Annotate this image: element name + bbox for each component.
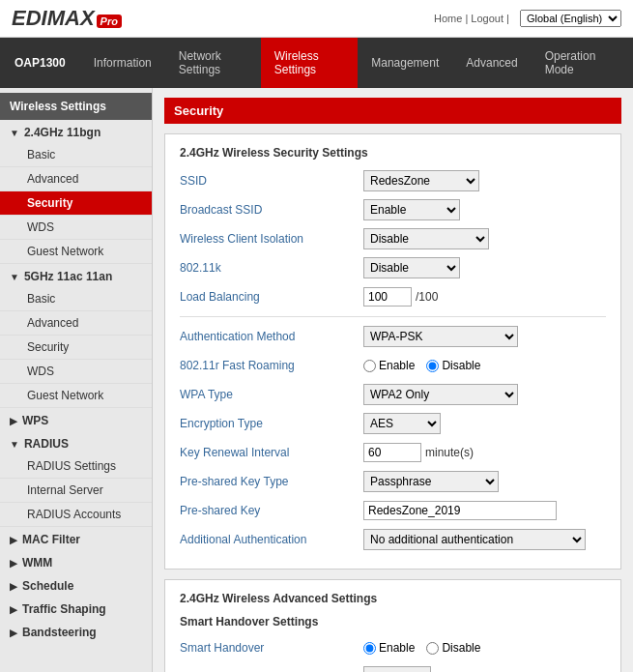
row-wpa-type: WPA Type WPA2 Only WPA Only Auto (WPA+WP…	[180, 383, 606, 406]
section-title: Security	[164, 98, 621, 124]
main-wrapper: Wireless Settings ▼ 2.4GHz 11bgn Basic A…	[0, 88, 633, 672]
radio-handover-enable-label[interactable]: Enable	[363, 641, 415, 655]
radio-handover-enable[interactable]	[363, 642, 376, 655]
radio-handover-disable-label[interactable]: Disable	[426, 641, 480, 655]
top-header: EDIMAXPro Home | Logout | Global (Englis…	[0, 0, 633, 38]
nav-wireless-settings[interactable]: Wireless Settings	[261, 38, 359, 88]
sidebar-item-wds-5[interactable]: WDS	[0, 360, 152, 384]
arrow-bandsteering: ▶	[10, 628, 17, 638]
nav-bar: OAP1300 Information Network Settings Wir…	[0, 38, 633, 88]
arrow-trafficshaping: ▶	[10, 604, 17, 615]
nav-operation-mode[interactable]: Operation Mode	[532, 38, 623, 88]
select-80211k[interactable]: Disable Enable	[363, 257, 460, 278]
row-smart-handover: Smart Handover Enable Disable	[180, 636, 606, 659]
sidebar-section-radius-label: RADIUS	[24, 437, 69, 451]
logo-edimax: EDIMAX	[12, 6, 95, 30]
label-ssid: SSID	[180, 174, 363, 188]
label-80211r: 802.11r Fast Roaming	[180, 359, 363, 372]
select-broadcast-ssid[interactable]: Enable Disable	[363, 199, 460, 220]
sidebar-section-wmm-label: WMM	[22, 556, 52, 570]
sidebar-item-basic-24[interactable]: Basic	[0, 143, 152, 167]
sidebar-section-5ghz[interactable]: ▼ 5GHz 11ac 11an	[0, 264, 152, 287]
sidebar-item-guestnetwork-24[interactable]: Guest Network	[0, 240, 152, 264]
sidebar-section-bandsteering-label: Bandsteering	[22, 626, 97, 639]
select-rssi-threshold[interactable]: -80 -75 -70 -65 -60	[363, 666, 431, 672]
sidebar-section-5ghz-label: 5GHz 11ac 11an	[24, 270, 112, 283]
label-add-auth: Additional Authentication	[180, 533, 363, 546]
sidebar-item-security-24[interactable]: Security	[0, 191, 152, 216]
input-psk[interactable]	[363, 501, 557, 520]
label-psk-type: Pre-shared Key Type	[180, 475, 363, 488]
sidebar-item-radius-settings[interactable]: RADIUS Settings	[0, 454, 152, 479]
security-settings-title: 2.4GHz Wireless Security Settings	[180, 146, 606, 160]
input-key-renewal[interactable]	[363, 443, 421, 462]
sidebar-item-advanced-24[interactable]: Advanced	[0, 167, 152, 191]
nav-information[interactable]: Information	[80, 44, 165, 81]
arrow-5ghz: ▼	[10, 272, 19, 282]
nav-management[interactable]: Management	[358, 44, 452, 81]
nav-network-settings[interactable]: Network Settings	[165, 38, 261, 88]
radio-80211r-enable-label[interactable]: Enable	[363, 359, 415, 372]
radio-80211r-disable[interactable]	[426, 360, 439, 372]
row-auth-method: Authentication Method WPA-PSK WPA2-PSK W…	[180, 325, 606, 348]
radio-80211r-disable-label[interactable]: Disable	[426, 359, 480, 372]
label-80211k: 802.11k	[180, 261, 363, 275]
radio-80211r: Enable Disable	[363, 359, 480, 372]
sidebar-section-wmm[interactable]: ▶ WMM	[0, 550, 152, 573]
logo-pro: Pro	[97, 15, 122, 28]
sidebar-title: Wireless Settings	[0, 93, 152, 120]
sidebar-item-wds-24[interactable]: WDS	[0, 216, 152, 240]
sidebar-item-internal-server[interactable]: Internal Server	[0, 479, 152, 503]
row-80211r: 802.11r Fast Roaming Enable Disable	[180, 354, 606, 377]
radio-handover-disable[interactable]	[426, 642, 439, 655]
row-client-isolation: Wireless Client Isolation Disable Enable	[180, 227, 606, 250]
select-wpa-type[interactable]: WPA2 Only WPA Only Auto (WPA+WPA2)	[363, 384, 518, 405]
sidebar-section-wps[interactable]: ▶ WPS	[0, 408, 152, 431]
select-ssid[interactable]: RedesZone	[363, 170, 479, 191]
security-settings-box: 2.4GHz Wireless Security Settings SSID R…	[164, 133, 621, 570]
select-psk-type[interactable]: Passphrase Hex	[363, 471, 499, 492]
select-auth-method[interactable]: WPA-PSK WPA2-PSK WPA/WPA2-PSK WEP Open S…	[363, 326, 518, 347]
sidebar-section-macfilter-label: MAC Filter	[22, 533, 80, 546]
language-select[interactable]: Global (English)	[520, 10, 621, 27]
sidebar-section-bandsteering[interactable]: ▶ Bandsteering	[0, 620, 152, 643]
home-link[interactable]: Home	[434, 13, 462, 24]
radio-80211r-enable[interactable]	[363, 360, 376, 372]
label-smart-handover: Smart Handover	[180, 641, 363, 655]
sidebar-item-guestnetwork-5[interactable]: Guest Network	[0, 384, 152, 408]
sidebar-section-24ghz[interactable]: ▼ 2.4GHz 11bgn	[0, 120, 152, 143]
label-wpa-type: WPA Type	[180, 388, 363, 401]
label-broadcast-ssid: Broadcast SSID	[180, 203, 363, 217]
advanced-settings-title: 2.4GHz Wireless Advanced Settings	[180, 592, 606, 605]
sidebar-item-radius-accounts[interactable]: RADIUS Accounts	[0, 503, 152, 527]
input-load-balancing[interactable]	[363, 287, 412, 307]
separator1	[180, 316, 606, 317]
select-add-auth[interactable]: No additional authentication	[363, 529, 586, 550]
arrow-schedule: ▶	[10, 581, 17, 592]
arrow-wps: ▶	[10, 416, 17, 426]
label-load-balancing: Load Balancing	[180, 290, 363, 304]
key-renewal-unit: minute(s)	[425, 446, 474, 459]
sidebar-item-basic-5[interactable]: Basic	[0, 287, 152, 311]
advanced-settings-box: 2.4GHz Wireless Advanced Settings Smart …	[164, 579, 621, 672]
sidebar-section-schedule[interactable]: ▶ Schedule	[0, 573, 152, 597]
row-key-renewal: Key Renewal Interval minute(s)	[180, 441, 606, 464]
row-broadcast-ssid: Broadcast SSID Enable Disable	[180, 198, 606, 221]
device-label: OAP1300	[10, 44, 80, 81]
sidebar-section-trafficshaping[interactable]: ▶ Traffic Shaping	[0, 597, 152, 620]
nav-advanced[interactable]: Advanced	[452, 44, 531, 81]
logout-link[interactable]: Logout	[471, 13, 504, 24]
sidebar-section-radius[interactable]: ▼ RADIUS	[0, 431, 152, 454]
row-psk-type: Pre-shared Key Type Passphrase Hex	[180, 470, 606, 493]
label-auth-method: Authentication Method	[180, 330, 363, 343]
sidebar-section-wps-label: WPS	[22, 414, 48, 427]
sidebar-section-macfilter[interactable]: ▶ MAC Filter	[0, 527, 152, 550]
row-80211k: 802.11k Disable Enable	[180, 256, 606, 279]
logo-area: EDIMAXPro	[12, 6, 122, 31]
sidebar-item-security-5[interactable]: Security	[0, 336, 152, 360]
row-add-auth: Additional Authentication No additional …	[180, 528, 606, 551]
select-encryption-type[interactable]: AES TKIP AES+TKIP	[363, 413, 441, 434]
sidebar-item-advanced-5[interactable]: Advanced	[0, 311, 152, 336]
sidebar-section-trafficshaping-label: Traffic Shaping	[22, 602, 106, 616]
select-client-isolation[interactable]: Disable Enable	[363, 228, 489, 249]
